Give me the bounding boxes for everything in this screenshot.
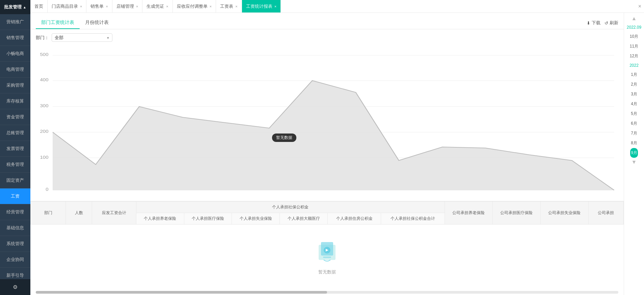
download-icon: ⬇ [587, 21, 590, 26]
tab-item-4[interactable]: 生成凭证× [142, 0, 172, 13]
panel-year-label[interactable]: 2022.09 [624, 23, 644, 32]
col-personal-housing: 个人承担住房公积金 [328, 213, 381, 225]
sidebar-nav: 营销推广销售管理小畅电商电商管理采购管理库存核算资金管理总账管理发票管理税务管理… [0, 14, 30, 279]
sidebar-item-系统管理[interactable]: 系统管理 [0, 236, 30, 252]
col-group-social: 个人承担社保公积金 [136, 202, 445, 213]
col-company-unemployment: 公司承担失业保险 [540, 202, 588, 225]
sub-tab-1[interactable]: 月份统计表 [80, 17, 114, 29]
panel-month-7[interactable]: 4月 [629, 99, 639, 109]
panel-month-3[interactable]: 2022 [629, 61, 639, 70]
col-salary-total: 应发工资合计 [92, 202, 136, 225]
tab-item-1[interactable]: 门店商品目录× [48, 0, 86, 13]
tab-label-6: 工资表 [220, 3, 233, 9]
panel-month-1[interactable]: 11月 [629, 41, 639, 51]
tab-item-7[interactable]: 工资统计报表× [242, 0, 281, 13]
tab-label-4: 生成凭证 [146, 3, 164, 9]
sidebar-item-企业协同[interactable]: 企业协同 [0, 252, 30, 268]
table-scroll-area: 部门 人数 应发工资合计 个人承担社保公积金 公司承担养老保险 公司承担医疗保险… [30, 201, 624, 295]
sidebar-arrow-icon: ▲ [23, 5, 26, 9]
table-group-header-row: 部门 人数 应发工资合计 个人承担社保公积金 公司承担养老保险 公司承担医疗保险… [31, 202, 624, 213]
sidebar-item-新手引导[interactable]: 新手引导 [0, 268, 30, 279]
sidebar-item-销售管理[interactable]: 销售管理 [0, 30, 30, 46]
sidebar-item-发票管理[interactable]: 发票管理 [0, 141, 30, 157]
sidebar-item-固定资产[interactable]: 固定资产 [0, 173, 30, 188]
tab-close-7[interactable]: × [274, 4, 276, 8]
tab-item-3[interactable]: 店铺管理× [112, 0, 142, 13]
filter-bar: 部门： 全部 [30, 29, 624, 46]
sub-tabs: 部门工资统计表月份统计表 ⬇ 下载 ↺ 刷新 [30, 13, 624, 29]
svg-text:500: 500 [40, 52, 49, 57]
sidebar: 批发管理 ▲ 营销推广销售管理小畅电商电商管理采购管理库存核算资金管理总账管理发… [0, 0, 30, 295]
panel-month-11[interactable]: 8月 [629, 138, 639, 148]
chart-svg-container: 500 400 300 200 100 0 [36, 46, 618, 201]
tab-item-0[interactable]: 首页 [30, 0, 48, 13]
department-select-wrapper: 全部 [52, 33, 112, 42]
col-personal-large-medical: 个人承担大额医疗 [280, 213, 328, 225]
panel-month-2[interactable]: 12月 [629, 51, 639, 61]
tab-close-2[interactable]: × [106, 4, 108, 8]
sidebar-item-税务管理[interactable]: 税务管理 [0, 157, 30, 173]
panel-month-0[interactable]: 10月 [629, 32, 639, 41]
col-headcount: 人数 [66, 202, 92, 225]
sub-tab-0[interactable]: 部门工资统计表 [36, 17, 80, 29]
sidebar-settings[interactable]: ⚙ [0, 279, 30, 295]
col-company-medical: 公司承担医疗保险 [492, 202, 540, 225]
sidebar-item-资金管理[interactable]: 资金管理 [0, 109, 30, 125]
col-personal-total: 个人承担社保公积金合计 [381, 213, 445, 225]
tab-label-7: 工资统计报表 [246, 3, 272, 9]
sidebar-item-营销推广[interactable]: 营销推广 [0, 14, 30, 30]
sidebar-item-工资[interactable]: 工资 [0, 188, 30, 204]
table-wrapper[interactable]: 部门 人数 应发工资合计 个人承担社保公积金 公司承担养老保险 公司承担医疗保险… [30, 201, 624, 290]
col-personal-medical: 个人承担医疗保险 [184, 213, 232, 225]
col-personal-unemployment: 个人承担失业保险 [232, 213, 280, 225]
sub-tabs-right: ⬇ 下载 ↺ 刷新 [587, 20, 618, 26]
sidebar-item-库存核算[interactable]: 库存核算 [0, 93, 30, 109]
empty-text: 暂无数据 [318, 269, 336, 275]
sidebar-item-电商管理[interactable]: 电商管理 [0, 62, 30, 78]
tab-close-5[interactable]: × [210, 4, 212, 8]
year-month-panel: ▲ 2022.09 10月11月12月20221月2月3月4月5月6月7月8月9… [624, 13, 644, 295]
tab-label-2: 销售单 [90, 3, 104, 9]
tab-close-1[interactable]: × [80, 4, 82, 8]
main-content: 部门工资统计表月份统计表 ⬇ 下载 ↺ 刷新 部门： 全 [30, 13, 624, 295]
sidebar-header[interactable]: 批发管理 ▲ [0, 0, 30, 14]
tab-close-3[interactable]: × [136, 4, 138, 8]
panel-month-6[interactable]: 3月 [629, 89, 639, 99]
tab-item-5[interactable]: 应收应付调整单× [173, 0, 216, 13]
panel-month-4[interactable]: 1月 [629, 70, 639, 80]
svg-text:100: 100 [40, 155, 49, 159]
data-table: 部门 人数 应发工资合计 个人承担社保公积金 公司承担养老保险 公司承担医疗保险… [30, 201, 624, 225]
chart-svg: 500 400 300 200 100 0 [36, 46, 618, 201]
sidebar-item-基础信息[interactable]: 基础信息 [0, 220, 30, 236]
sub-tabs-left: 部门工资统计表月份统计表 [36, 17, 114, 29]
close-all-button[interactable]: × [638, 3, 641, 9]
tab-close-4[interactable]: × [166, 4, 168, 8]
tab-label-0: 首页 [34, 3, 43, 9]
panel-nav-up[interactable]: ▲ [630, 14, 638, 23]
sidebar-item-采购管理[interactable]: 采购管理 [0, 78, 30, 93]
scrollbar-thumb[interactable] [36, 291, 327, 294]
panel-month-10[interactable]: 7月 [629, 128, 639, 138]
horizontal-scrollbar[interactable] [36, 291, 618, 294]
panel-month-9[interactable]: 6月 [629, 119, 639, 128]
sidebar-item-经营管理[interactable]: 经营管理 [0, 204, 30, 220]
tab-close-6[interactable]: × [235, 4, 237, 8]
empty-state: 暂无数据 [30, 225, 624, 289]
department-label: 部门： [36, 35, 49, 41]
panel-month-5[interactable]: 2月 [629, 80, 639, 89]
download-button[interactable]: ⬇ 下载 [587, 20, 600, 26]
content-area: 部门工资统计表月份统计表 ⬇ 下载 ↺ 刷新 部门： 全 [30, 13, 644, 295]
panel-nav-down[interactable]: ▼ [630, 158, 638, 167]
panel-month-12[interactable]: 9月 [630, 148, 638, 158]
sidebar-item-小畅电商[interactable]: 小畅电商 [0, 46, 30, 62]
col-company-pension: 公司承担养老保险 [445, 202, 492, 225]
panel-month-8[interactable]: 5月 [629, 109, 639, 119]
sidebar-item-总账管理[interactable]: 总账管理 [0, 125, 30, 141]
department-select[interactable]: 全部 [52, 33, 112, 42]
col-department: 部门 [31, 202, 66, 225]
tab-item-2[interactable]: 销售单× [86, 0, 112, 13]
refresh-button[interactable]: ↺ 刷新 [605, 20, 618, 26]
main-area: 首页门店商品目录×销售单×店铺管理×生成凭证×应收应付调整单×工资表×工资统计报… [30, 0, 644, 295]
tab-item-6[interactable]: 工资表× [216, 0, 242, 13]
svg-text:300: 300 [40, 104, 49, 108]
